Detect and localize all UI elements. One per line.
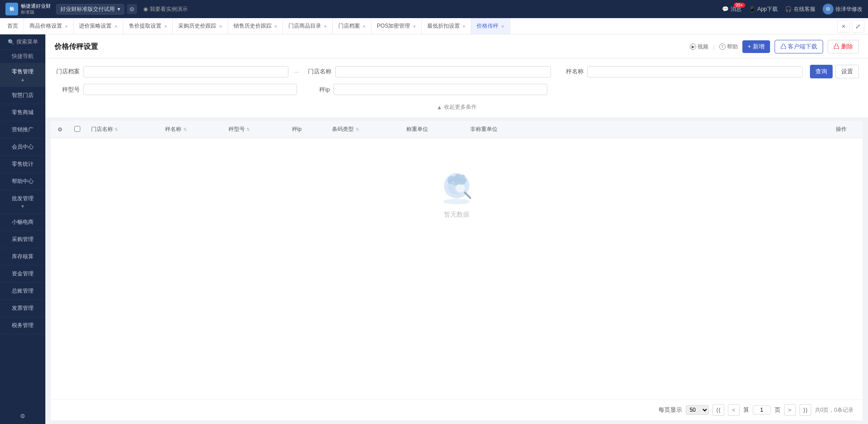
scale-name-label: 秤名称 xyxy=(558,67,584,76)
page-unit: 页 xyxy=(775,406,780,414)
tab-price-scale[interactable]: 价格传秤 × xyxy=(471,18,510,34)
next-page-button[interactable]: ＞ xyxy=(784,404,796,416)
sidebar-tax-label: 税务管理 xyxy=(12,322,34,329)
tab-price-settings-close[interactable]: × xyxy=(65,24,68,29)
sidebar-item-retail-mall[interactable]: 零售商城 xyxy=(0,104,45,121)
tab-min-discount[interactable]: 最低折扣设置 × xyxy=(422,18,471,34)
scale-model-input[interactable] xyxy=(83,84,297,95)
version-select-label: 好业财标准版交付试用 xyxy=(60,5,115,13)
sidebar-item-tax[interactable]: 税务管理 xyxy=(0,317,45,334)
tab-close-button[interactable]: × xyxy=(837,20,850,33)
tab-sale-extract[interactable]: 售价提取设置 × xyxy=(123,18,173,34)
message-badge: 99+ xyxy=(734,3,745,8)
sidebar-item-wholesale[interactable]: 批发管理 ▼ xyxy=(0,190,45,214)
tab-purchase-history-close[interactable]: × xyxy=(219,24,222,29)
tab-purchase-strategy-label: 进价策略设置 xyxy=(79,22,112,30)
store-file-input[interactable] xyxy=(83,66,288,77)
help-link[interactable]: ? 帮助 xyxy=(719,43,738,51)
logo-text: 畅捷通好业财 xyxy=(21,3,51,9)
store-name-label: 门店名称 xyxy=(306,67,332,76)
sidebar-item-help-center[interactable]: 帮助中心 xyxy=(0,173,45,190)
th-weight-unit-label: 称重单位 xyxy=(406,126,428,132)
sidebar-search[interactable]: 🔍 搜索菜单 xyxy=(0,34,45,50)
logo-version: 标准版 xyxy=(21,9,51,15)
logo: 畅 畅捷通好业财 标准版 xyxy=(5,3,51,15)
tab-home[interactable]: 首页 xyxy=(2,18,24,34)
tab-pos-management[interactable]: POS加密管理 × xyxy=(371,18,422,34)
settings-button[interactable]: 设置 xyxy=(835,65,859,78)
th-settings[interactable]: ⚙ xyxy=(51,121,69,138)
th-barcode-type[interactable]: 条码类型 xyxy=(327,121,400,138)
tab-purchase-history[interactable]: 采购历史价跟踪 × xyxy=(173,18,228,34)
tab-purchase-strategy[interactable]: 进价策略设置 × xyxy=(73,18,123,34)
sidebar-item-purchase[interactable]: 采购管理 xyxy=(0,231,45,248)
tab-store-files-label: 门店档案 xyxy=(338,22,360,30)
collapse-button[interactable]: ▲ 收起更多条件 xyxy=(54,101,859,114)
settings-icon[interactable]: ⚙ xyxy=(127,4,137,14)
tab-min-discount-close[interactable]: × xyxy=(463,24,465,29)
tab-price-settings[interactable]: 商品价格设置 × xyxy=(24,18,73,34)
download-button[interactable]: 凸 客户端下载 xyxy=(775,40,824,53)
demo-icon: ◉ xyxy=(143,6,148,12)
tab-sale-extract-close[interactable]: × xyxy=(164,24,167,29)
add-button[interactable]: + 新增 xyxy=(742,40,770,53)
select-all-checkbox[interactable] xyxy=(74,126,80,132)
tab-price-scale-label: 价格传秤 xyxy=(477,22,498,30)
th-weight-unit: 称重单位 xyxy=(401,121,465,138)
sidebar-shortcut[interactable]: 快捷导航 xyxy=(0,50,45,63)
tab-sale-history[interactable]: 销售历史价跟踪 × xyxy=(228,18,283,34)
sidebar-item-finance[interactable]: 资金管理 xyxy=(0,265,45,283)
tab-store-files-close[interactable]: × xyxy=(363,24,366,29)
total-info: 共0页，0条记录 xyxy=(815,406,853,414)
tab-sale-history-close[interactable]: × xyxy=(274,24,277,29)
tab-store-files[interactable]: 门店档案 × xyxy=(333,18,371,34)
sidebar-item-ecommerce[interactable]: 小畅电商 xyxy=(0,214,45,231)
th-scale-name[interactable]: 秤名称 xyxy=(160,121,223,138)
scale-name-input[interactable] xyxy=(587,66,803,77)
th-store-name[interactable]: 门店名称 xyxy=(86,121,160,138)
sidebar-item-member-center[interactable]: 会员中心 xyxy=(0,139,45,156)
message-button[interactable]: 💬 消息 99+ xyxy=(722,5,741,13)
prev-page-button[interactable]: ＜ xyxy=(728,404,740,416)
app-download-button[interactable]: 📱 App下载 xyxy=(749,5,778,13)
per-page-select[interactable]: 50 10 20 100 xyxy=(686,405,709,415)
th-operations: 操作 xyxy=(820,121,863,138)
store-file-dots[interactable]: ··· xyxy=(294,68,299,75)
th-scale-model[interactable]: 秤型号 xyxy=(223,121,287,138)
message-icon: 💬 xyxy=(722,6,729,12)
sidebar-item-inventory[interactable]: 库存核算 xyxy=(0,248,45,265)
tab-pos-management-close[interactable]: × xyxy=(413,24,415,29)
tab-expand-button[interactable]: ⤢ xyxy=(852,20,864,33)
delete-button[interactable]: 凸 删除 xyxy=(828,40,859,53)
empty-state: 暂无数据 xyxy=(51,138,863,246)
chevron-down-icon: ▾ xyxy=(117,6,120,12)
th-checkbox[interactable] xyxy=(69,121,86,138)
online-service-button[interactable]: 🎧 在线客服 xyxy=(785,5,815,13)
sidebar-help-center-label: 帮助中心 xyxy=(12,178,34,185)
page-actions: ▶ 视频 | ? 帮助 + 新增 凸 客户端下载 凸 删除 xyxy=(690,40,859,53)
query-button[interactable]: 查询 xyxy=(810,65,833,78)
page-header: 价格传秤设置 ▶ 视频 | ? 帮助 + 新增 凸 客户端下载 凸 删除 xyxy=(45,34,868,58)
page-input[interactable] xyxy=(753,405,771,414)
empty-illustration xyxy=(434,165,479,211)
video-link[interactable]: ▶ 视频 xyxy=(690,43,708,51)
sidebar-item-retail-stats[interactable]: 零售统计 xyxy=(0,156,45,173)
th-scale-ip: 秤ip xyxy=(287,121,327,138)
sidebar-gear-button[interactable]: ⚙ xyxy=(0,408,45,424)
tab-store-catalog-close[interactable]: × xyxy=(324,24,327,29)
version-select[interactable]: 好业财标准版交付试用 ▾ xyxy=(56,4,124,14)
sidebar-item-retail-management[interactable]: 零售管理 ▲ xyxy=(0,63,45,87)
user-menu[interactable]: 徐 徐泽华修改 xyxy=(823,4,863,14)
sidebar-item-invoice[interactable]: 发票管理 xyxy=(0,300,45,317)
last-page-button[interactable]: ⟩⟩ xyxy=(800,404,811,416)
store-name-input[interactable] xyxy=(335,66,551,77)
demo-button[interactable]: ◉ 我要看实例演示 xyxy=(143,5,188,13)
sidebar-item-marketing[interactable]: 营销推广 xyxy=(0,121,45,139)
sidebar-item-general-ledger[interactable]: 总账管理 xyxy=(0,283,45,300)
tab-store-catalog[interactable]: 门店商品目录 × xyxy=(283,18,332,34)
sidebar-item-smart-store[interactable]: 智慧门店 xyxy=(0,87,45,104)
first-page-button[interactable]: ⟨⟨ xyxy=(712,404,724,416)
tab-purchase-strategy-close[interactable]: × xyxy=(114,24,117,29)
tab-price-scale-close[interactable]: × xyxy=(501,24,504,29)
scale-ip-input[interactable] xyxy=(333,84,547,95)
